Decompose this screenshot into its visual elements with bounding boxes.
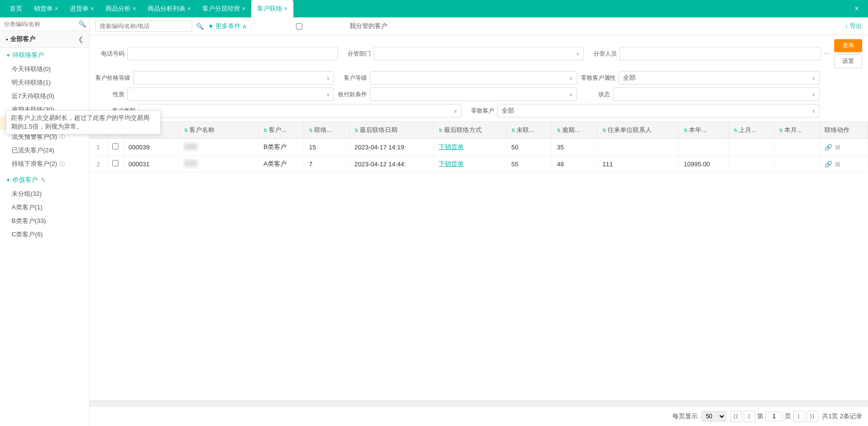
horizontal-scrollbar[interactable]: [90, 400, 868, 406]
retail-customer-select[interactable]: 全部 ∨: [497, 104, 820, 118]
next-page-btn[interactable]: ⟩: [793, 411, 805, 422]
pending-group-title[interactable]: ▼ 待联络客户: [0, 48, 89, 62]
manager-more-icon[interactable]: ···: [824, 49, 830, 58]
value-group-title[interactable]: ▼ 价值客户 ✎: [0, 173, 89, 187]
row-checkbox[interactable]: [112, 143, 119, 149]
sidebar-item-c-class[interactable]: C类客户(6): [0, 228, 89, 241]
nav-product-analysis-list-close[interactable]: ×: [187, 5, 191, 12]
nav-product-analysis-close[interactable]: ×: [133, 5, 136, 12]
value-group-edit[interactable]: ✎: [41, 176, 46, 184]
sidebar-collapse-icon[interactable]: ❮: [78, 36, 83, 43]
search-input[interactable]: [95, 20, 192, 32]
col-overdue[interactable]: ⇅逾期...: [552, 122, 597, 139]
nav-customer-segment[interactable]: 客户分层经营 ×: [197, 0, 251, 17]
nav-purchase-close[interactable]: ×: [91, 5, 94, 12]
nav-customer-contact[interactable]: 客户联络 ×: [251, 0, 293, 17]
col-uncontacted[interactable]: ⇅未联...: [506, 122, 552, 139]
action-link-icon[interactable]: 🔗: [824, 144, 832, 151]
search-submit-icon[interactable]: 🔍: [196, 23, 204, 30]
col-last-method[interactable]: ⇅最后联络方式: [434, 122, 506, 139]
sidebar-item-b-class[interactable]: B类客户(33): [0, 214, 89, 228]
pending-group-arrow: ▼: [6, 53, 11, 58]
filter-manager: 分管人员 ···: [588, 47, 830, 60]
my-customers-checkbox[interactable]: [251, 23, 348, 29]
table-container: ⚙ ⇅客户编码 ⇅客户名称 ⇅客户... ⇅联络... ⇅最后联络日期 ⇅最后联…: [90, 122, 868, 400]
status-label: 状态: [581, 90, 610, 99]
payment-chevron: ∨: [569, 92, 573, 97]
export-button[interactable]: ↑ 导出: [845, 22, 863, 30]
sidebar-item-tomorrow[interactable]: 明天待联络(1): [0, 76, 89, 89]
nav-product-analysis-list[interactable]: 商品分析列表 ×: [142, 0, 197, 17]
last-method-link[interactable]: 下销货单: [439, 160, 464, 167]
gender-select[interactable]: ∨: [127, 88, 334, 101]
per-page-select[interactable]: 50 20 100: [701, 411, 726, 422]
dept-chevron: ∨: [576, 51, 579, 57]
col-contact-count[interactable]: ⇅联络...: [304, 122, 350, 139]
sidebar-item-a-class[interactable]: A类客户(1): [0, 201, 89, 214]
retail-attr-select[interactable]: 全部 ∨: [619, 71, 820, 85]
price-grade-select[interactable]: ∨: [133, 71, 334, 85]
customer-grade-select[interactable]: ∨: [370, 71, 577, 85]
sidebar-item-today[interactable]: 今天待联络(0): [0, 62, 89, 76]
table-header-row: ⚙ ⇅客户编码 ⇅客户名称 ⇅客户... ⇅联络... ⇅最后联络日期 ⇅最后联…: [90, 122, 868, 139]
filter-customer-grade: 客户等级 ∨: [338, 71, 577, 85]
filter-phone: 电话号码: [95, 47, 338, 60]
last-method-link[interactable]: 下销货单: [439, 143, 464, 150]
page-number-input[interactable]: [765, 411, 783, 421]
sidebar-item-7days[interactable]: 近7天待联络(0): [0, 89, 89, 103]
all-customers-title[interactable]: ▪ 全部客户 ❮: [0, 31, 89, 48]
cell-name: [179, 139, 259, 156]
sort-uncontacted-icon: ⇅: [511, 128, 515, 133]
nav-home[interactable]: 首页: [4, 0, 28, 17]
price-grade-label: 客户价格等级: [95, 74, 130, 82]
declining-info[interactable]: ⓘ: [60, 161, 65, 167]
col-last-month[interactable]: ⇅上月...: [729, 122, 774, 139]
status-select[interactable]: ∨: [613, 88, 820, 101]
customer-type-select[interactable]: ∨: [138, 104, 461, 118]
col-contacts[interactable]: ⇅往来单位联系人: [597, 122, 679, 139]
nav-sales-close[interactable]: ×: [55, 5, 58, 12]
more-conditions-btn[interactable]: ▼ 更多条件 ∧: [208, 22, 247, 30]
nav-customer-contact-close[interactable]: ×: [284, 5, 288, 12]
col-last-date[interactable]: ⇅最后联络日期: [350, 122, 434, 139]
query-button[interactable]: 查询: [834, 39, 862, 52]
dept-select[interactable]: ∨: [374, 47, 584, 60]
cell-overdue: 35: [552, 139, 597, 156]
page-prefix: 第: [757, 412, 763, 421]
window-close-button[interactable]: ×: [850, 1, 864, 16]
gender-chevron: ∨: [326, 92, 330, 97]
nav-sales[interactable]: 销货单 ×: [28, 0, 64, 17]
sidebar-item-churned[interactable]: 已流失客户(24): [0, 144, 89, 157]
phone-input[interactable]: [127, 47, 338, 60]
sidebar-search-icon[interactable]: 🔍: [78, 20, 86, 28]
action-more-icon[interactable]: ⊞: [835, 161, 840, 168]
col-actions: 联络动作: [820, 122, 868, 139]
main-layout: 🔍 ▪ 全部客户 ❮ ▼ 待联络客户 今天待联络(0) 明天待联络(1) 近7天…: [0, 17, 868, 426]
col-this-month[interactable]: ⇅本月...: [774, 122, 820, 139]
action-more-icon[interactable]: ⊞: [835, 144, 840, 151]
sidebar-item-ungrouped[interactable]: 未分组(32): [0, 187, 89, 201]
col-type[interactable]: ⇅客户...: [259, 122, 304, 139]
nav-product-analysis[interactable]: 商品分析 ×: [100, 0, 142, 17]
settings-button[interactable]: 设置: [834, 54, 862, 68]
prev-page-btn[interactable]: ⟨: [744, 411, 755, 422]
nav-purchase[interactable]: 进货单 ×: [64, 0, 100, 17]
sidebar-item-declining[interactable]: 持续下滑客户(2) ⓘ: [0, 157, 89, 171]
col-name[interactable]: ⇅客户名称: [179, 122, 259, 139]
churn-warning-info[interactable]: ⓘ: [60, 134, 65, 140]
last-page-btn[interactable]: ⟩⟩: [807, 411, 818, 422]
cell-this-month: [774, 139, 820, 156]
sidebar-search-input[interactable]: [4, 21, 76, 28]
first-page-btn[interactable]: ⟨⟨: [730, 411, 742, 422]
pagination: 每页显示 50 20 100 ⟨⟨ ⟨ 第 页 ⟩ ⟩⟩ 共1页 2条记录: [90, 406, 868, 426]
col-this-year[interactable]: ⇅本年...: [679, 122, 729, 139]
nav-customer-segment-close[interactable]: ×: [242, 5, 245, 12]
payment-select[interactable]: ∨: [370, 88, 577, 101]
cell-this-year: [679, 139, 729, 156]
sort-contact-icon: ⇅: [309, 128, 313, 133]
cell-last-date: 2023-04-17 14:19:: [350, 139, 434, 156]
customer-avatar: [184, 160, 198, 167]
row-checkbox[interactable]: [112, 160, 119, 166]
action-link-icon[interactable]: 🔗: [824, 161, 832, 168]
manager-input[interactable]: [620, 47, 821, 60]
